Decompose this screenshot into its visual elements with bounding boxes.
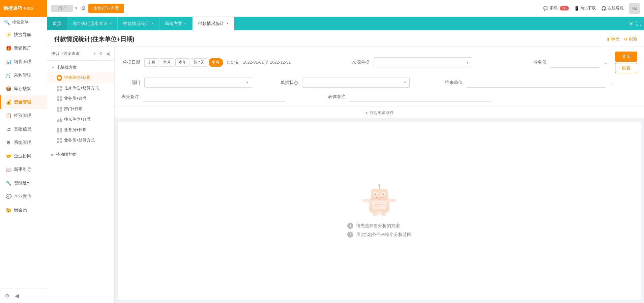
app-download-item[interactable]: 📱 App下载: [574, 5, 596, 11]
sidebar-item-guide[interactable]: 📖 新手引导: [0, 163, 47, 176]
sidebar-item-wechat[interactable]: 💬 企业微信: [0, 190, 47, 203]
refresh-button[interactable]: ↺ 刷新: [624, 36, 637, 42]
sidebar-item-inventory[interactable]: 📦 库存核算: [0, 82, 47, 95]
svg-rect-18: [57, 130, 59, 132]
sidebar-item-purchase[interactable]: 🛒 采购管理: [0, 68, 47, 82]
scheme-settings-button[interactable]: ⚙: [98, 50, 104, 57]
more-btn[interactable]: 更多: [209, 58, 223, 67]
tab-collection-stats-close[interactable]: ×: [151, 21, 154, 26]
sidebar-item-label: 经营管理: [14, 113, 31, 119]
sidebar-item-membership[interactable]: 👑 畅会员: [0, 203, 47, 217]
tab-home[interactable]: 首页: [47, 17, 67, 30]
custom-btn[interactable]: 自定义: [224, 59, 242, 66]
scheme-item-dept-date[interactable]: 部门+日期: [47, 104, 114, 114]
scheme-item-partner-account[interactable]: 往来单位+账号: [47, 114, 114, 125]
scheme-item-staff-date[interactable]: 业务员+日期: [47, 125, 114, 135]
notifications-item[interactable]: 💬 消息 99+: [543, 5, 569, 11]
scheme-item-partner-date[interactable]: 往来单位+日期: [47, 72, 114, 83]
date-range-display: 2022-01-01 至 2022-12-31: [243, 60, 291, 65]
scheme-group-mobile-header[interactable]: ▶ 移动端方案: [47, 150, 114, 159]
tab-bank-flow-close[interactable]: ×: [110, 21, 112, 26]
tab-payment-stats[interactable]: 付款情况统计 ×: [193, 17, 234, 30]
refresh-label: 刷新: [628, 36, 637, 42]
partner-more-icon[interactable]: ...: [610, 80, 613, 85]
svg-rect-26: [371, 189, 388, 201]
export-icon: ⬆: [606, 37, 610, 42]
scheme-item-staff-settlement[interactable]: 业务员+结算方式: [47, 135, 114, 146]
scheme-collapse-button[interactable]: ◀: [105, 50, 110, 57]
staff-more-icon[interactable]: ...: [604, 60, 607, 65]
scheme-item-staff-account[interactable]: 业务员+账号: [47, 93, 114, 104]
scheme-group-pc-header[interactable]: ▼ 电脑端方案: [47, 63, 114, 72]
empty-state: 1 请先选择要分析的方案 2 用[过滤]条件来缩小分析范围: [118, 122, 641, 300]
sidebar-item-sales[interactable]: 📊 销售管理: [0, 55, 47, 68]
user-dropdown-button[interactable]: ▼: [74, 6, 78, 11]
last-month-btn[interactable]: 上月: [144, 58, 158, 67]
page-content: 付款情况统计(往来单位+日期) ⬆ 导出 ↺ 刷新 按以下方案查询 +: [47, 30, 644, 303]
topbar-settings-button[interactable]: ⚙: [81, 5, 86, 11]
tab-new-scheme[interactable]: 新建方案 ×: [159, 17, 193, 30]
svg-rect-16: [57, 128, 59, 130]
notifications-badge: 99+: [560, 6, 569, 10]
date-label: 单据日期: [121, 59, 140, 65]
dept-select[interactable]: ▼: [144, 78, 252, 88]
sidebar-item-system[interactable]: ⚙ 系统管理: [0, 136, 47, 149]
doc-status-select[interactable]: ▼: [302, 78, 410, 88]
this-year-btn[interactable]: 本年: [175, 58, 189, 67]
table-header-remark-input-area: [143, 92, 285, 102]
sidebar-logo: 畅捷通巧 标准版: [0, 0, 47, 17]
sidebar-item-operations[interactable]: 📋 经营管理: [0, 109, 47, 122]
svg-rect-20: [57, 138, 59, 140]
partner-input-area: [467, 77, 605, 88]
app-name: 畅捷通巧: [3, 5, 22, 11]
sidebar-item-search-menu[interactable]: 🔍 搜索菜单: [0, 17, 47, 28]
sidebar-collapse-button[interactable]: ◀: [13, 291, 20, 300]
table-body-remark-label: 表体备注: [328, 94, 346, 100]
scheme-item-label: 业务员+账号: [64, 96, 87, 101]
tab-collection-stats[interactable]: 收款情况统计 ×: [118, 17, 159, 30]
scheme-grid-icon: [57, 86, 62, 91]
dept-chevron-icon: ▼: [246, 81, 249, 84]
table-header-remark-input[interactable]: [143, 92, 285, 102]
sidebar-item-basic-info[interactable]: 🗂 基础信息: [0, 122, 47, 136]
svg-point-32: [378, 184, 380, 186]
scheme-group-mobile: ▶ 移动端方案: [47, 148, 114, 161]
tab-collection-stats-label: 收款情况统计: [123, 21, 149, 27]
scheme-sidebar: 按以下方案查询 + ⚙ ◀ ▼ 电脑端方案: [47, 47, 115, 303]
sidebar-settings-button[interactable]: ⚙: [3, 291, 11, 300]
sidebar-bottom: ⚙ ◀: [0, 288, 47, 303]
query-button[interactable]: 查询: [615, 52, 637, 62]
customer-service-item[interactable]: 🎧 在线客服: [601, 5, 624, 11]
sidebar-item-marketing[interactable]: 🎁 营销推广: [0, 41, 47, 55]
sidebar-item-label: 销售管理: [14, 59, 31, 65]
tabs-right-actions: ✕ ⛶: [626, 21, 644, 27]
tab-close-all-button[interactable]: ✕: [629, 21, 633, 27]
partner-input[interactable]: [468, 77, 604, 87]
table-body-remark-input[interactable]: [350, 92, 492, 102]
sidebar-item-enterprise[interactable]: 🤝 企业协同: [0, 149, 47, 163]
user-avatar[interactable]: Rit: [629, 3, 640, 14]
export-button[interactable]: ⬆ 导出: [606, 36, 620, 42]
trial-btn[interactable]: 体验行业方案: [88, 4, 124, 13]
refresh-icon: ↺: [624, 37, 627, 42]
scheme-add-button[interactable]: +: [93, 50, 97, 57]
sidebar-item-quick-nav[interactable]: ⚡ 快捷导航: [0, 28, 47, 41]
svg-rect-14: [60, 118, 61, 122]
tab-new-scheme-close[interactable]: ×: [184, 21, 187, 26]
svg-rect-0: [57, 86, 59, 88]
tab-maximize-button[interactable]: ⛶: [636, 21, 641, 27]
staff-input[interactable]: [552, 57, 598, 67]
collapse-more-button[interactable]: ∧ 收起更多条件: [115, 107, 644, 118]
last-7days-btn[interactable]: 近7天: [191, 58, 207, 67]
source-doc-select[interactable]: ▼: [374, 57, 472, 67]
sidebar-item-hardware[interactable]: 🔧 智能硬件: [0, 176, 47, 190]
capital-icon: 💰: [5, 99, 12, 105]
purchase-icon: 🛒: [5, 72, 12, 79]
settings-button[interactable]: 设置: [615, 63, 637, 73]
scheme-item-partner-settlement[interactable]: 往来单位+结算方式: [47, 83, 114, 93]
tab-payment-stats-close[interactable]: ×: [226, 21, 229, 26]
this-month-btn[interactable]: 本月: [160, 58, 174, 67]
empty-tip-1: 1 请先选择要分析的方案: [347, 223, 411, 229]
tab-bank-flow[interactable]: 现金银行流水查询 ×: [67, 17, 118, 30]
sidebar-item-capital[interactable]: 💰 资金管理: [0, 95, 47, 109]
